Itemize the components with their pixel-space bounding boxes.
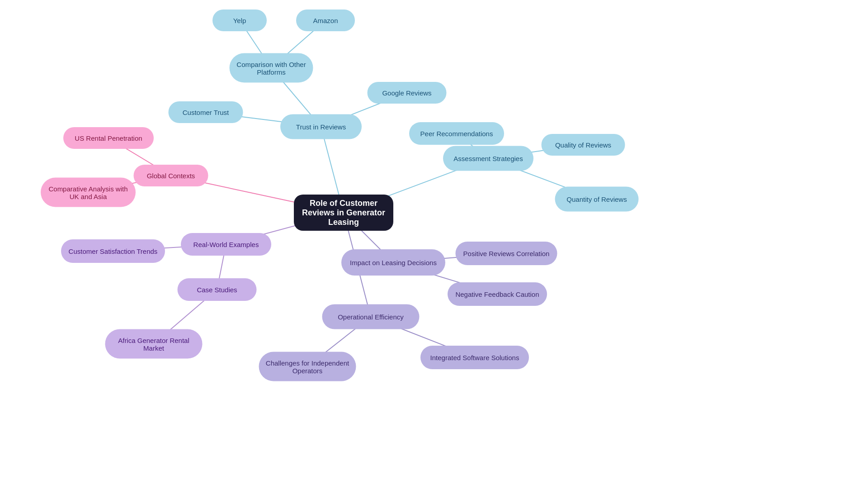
- node-challenges_independent[interactable]: Challenges for Independent Operators: [259, 352, 356, 381]
- node-label-impact_leasing: Impact on Leasing Decisions: [350, 259, 437, 266]
- node-label-us_rental: US Rental Penetration: [75, 134, 142, 142]
- node-operational_efficiency[interactable]: Operational Efficiency: [322, 304, 420, 329]
- node-center[interactable]: Role of Customer Reviews in Generator Le…: [294, 195, 393, 231]
- node-yelp[interactable]: Yelp: [212, 10, 267, 31]
- node-label-trust_in_reviews: Trust in Reviews: [296, 123, 346, 131]
- node-label-africa_market: Africa Generator Rental Market: [112, 336, 196, 352]
- node-label-google_reviews: Google Reviews: [382, 89, 431, 97]
- node-amazon[interactable]: Amazon: [296, 10, 355, 31]
- node-label-negative_feedback: Negative Feedback Caution: [455, 290, 539, 298]
- node-label-amazon: Amazon: [313, 17, 338, 24]
- node-peer_recommendations[interactable]: Peer Recommendations: [409, 122, 504, 145]
- node-quality_reviews[interactable]: Quality of Reviews: [542, 134, 625, 156]
- node-positive_reviews[interactable]: Positive Reviews Correlation: [456, 242, 557, 265]
- node-label-case_studies: Case Studies: [197, 286, 237, 294]
- node-label-integrated_software: Integrated Software Solutions: [430, 354, 519, 362]
- node-label-assessment_strategies: Assessment Strategies: [453, 155, 523, 162]
- node-label-real_world: Real-World Examples: [193, 241, 259, 248]
- node-label-quantity_reviews: Quantity of Reviews: [566, 195, 627, 203]
- node-comparative_analysis[interactable]: Comparative Analysis with UK and Asia: [41, 178, 136, 207]
- node-label-customer_trust: Customer Trust: [183, 109, 229, 116]
- node-label-customer_satisfaction: Customer Satisfaction Trends: [69, 247, 158, 255]
- node-label-comparison_platforms: Comparison with Other Platforms: [236, 60, 307, 76]
- node-label-positive_reviews: Positive Reviews Correlation: [463, 250, 550, 257]
- node-integrated_software[interactable]: Integrated Software Solutions: [420, 346, 529, 369]
- node-case_studies[interactable]: Case Studies: [178, 278, 257, 301]
- node-label-global_contexts: Global Contexts: [147, 172, 195, 180]
- node-label-quality_reviews: Quality of Reviews: [555, 141, 611, 149]
- node-trust_in_reviews[interactable]: Trust in Reviews: [280, 114, 362, 139]
- node-assessment_strategies[interactable]: Assessment Strategies: [443, 146, 533, 171]
- node-comparison_platforms[interactable]: Comparison with Other Platforms: [230, 53, 313, 83]
- node-label-operational_efficiency: Operational Efficiency: [338, 313, 404, 321]
- node-us_rental[interactable]: US Rental Penetration: [63, 127, 154, 149]
- node-label-yelp: Yelp: [233, 17, 246, 24]
- node-label-challenges_independent: Challenges for Independent Operators: [265, 359, 350, 374]
- node-impact_leasing[interactable]: Impact on Leasing Decisions: [341, 249, 445, 276]
- node-customer_satisfaction[interactable]: Customer Satisfaction Trends: [61, 239, 165, 263]
- node-real_world[interactable]: Real-World Examples: [181, 233, 271, 256]
- node-global_contexts[interactable]: Global Contexts: [134, 165, 208, 186]
- node-label-comparative_analysis: Comparative Analysis with UK and Asia: [47, 185, 129, 200]
- node-label-center: Role of Customer Reviews in Generator Le…: [300, 199, 387, 227]
- node-customer_trust[interactable]: Customer Trust: [169, 101, 243, 123]
- node-africa_market[interactable]: Africa Generator Rental Market: [105, 329, 203, 359]
- node-quantity_reviews[interactable]: Quantity of Reviews: [555, 187, 639, 212]
- node-label-peer_recommendations: Peer Recommendations: [420, 130, 493, 138]
- node-negative_feedback[interactable]: Negative Feedback Caution: [448, 282, 547, 306]
- node-google_reviews[interactable]: Google Reviews: [368, 82, 447, 104]
- mind-map: Role of Customer Reviews in Generator Le…: [0, 0, 868, 490]
